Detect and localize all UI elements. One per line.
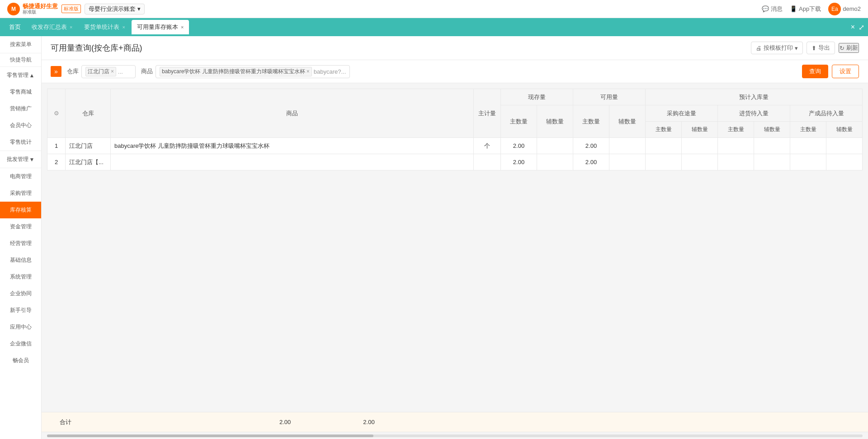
footer-total-label: 合计 <box>60 418 71 426</box>
logo-icon: M <box>7 3 20 15</box>
top-bar: M 畅捷通好生意 标准版 标准版 母婴行业演示账套 ▾ 💬 消息 📱 App下载… <box>0 0 868 18</box>
col-incoming-header: 预计入库量 <box>646 89 863 105</box>
cell-unit <box>474 154 501 170</box>
scrollbar-area[interactable] <box>42 432 868 439</box>
product-filter: 商品 babycare学饮杯 儿童防摔防撞吸管杯重力球吸嘴杯宝宝水杯 × bab… <box>141 65 350 78</box>
cell-purchase-sub <box>682 154 718 170</box>
sidebar-item-ecommerce[interactable]: 电商管理 <box>0 168 41 185</box>
cell-production-main <box>790 154 826 170</box>
sidebar-item-newbie[interactable]: 新手引导 <box>0 302 41 319</box>
query-button[interactable]: 查询 <box>802 65 828 78</box>
warehouse-tag-close[interactable]: × <box>111 68 114 75</box>
sidebar-item-basic-info[interactable]: 基础信息 <box>0 252 41 269</box>
filter-bar: » 仓库 江北门店 × ... 商品 babycare学饮杯 儿童防摔防撞吸管杯… <box>42 60 868 83</box>
sidebar-item-retail-stats[interactable]: 零售统计 <box>0 134 41 151</box>
filter-actions: 查询 设置 <box>802 65 859 78</box>
setting-button[interactable]: 设置 <box>832 65 859 78</box>
user-menu[interactable]: Ea demo2 <box>828 3 861 15</box>
tab-order-stats[interactable]: 要货单统计表 × <box>79 20 130 34</box>
sidebar-search[interactable]: 搜索菜单 <box>0 36 41 53</box>
sidebar-item-sys-mgmt[interactable]: 系统管理 <box>0 269 41 285</box>
cell-available-main: 2.00 <box>573 154 609 170</box>
app-label: App下载 <box>799 5 821 13</box>
product-filter-input[interactable]: babycare学饮杯 儿童防摔防撞吸管杯重力球吸嘴杯宝宝水杯 × babyca… <box>156 65 350 78</box>
app-download-button[interactable]: 📱 App下载 <box>790 5 821 13</box>
refresh-icon: ↻ <box>840 45 844 52</box>
industry-selector[interactable]: 母婴行业演示账套 ▾ <box>85 4 145 14</box>
top-bar-right: 💬 消息 📱 App下载 Ea demo2 <box>762 3 861 15</box>
cell-product: babycare学饮杯 儿童防摔防撞吸管杯重力球吸嘴杯宝宝水杯 <box>111 138 474 154</box>
cell-production-main <box>790 138 826 154</box>
sidebar-retail-mgmt-label: 零售管理 <box>7 71 28 79</box>
warehouse-filter-label: 仓库 <box>67 67 79 76</box>
sidebar-item-purchase[interactable]: 采购管理 <box>0 185 41 202</box>
col-unit-header: 主计量 <box>474 89 501 138</box>
table-area: ⚙ 仓库 商品 主计量 现存量 可用量 预计入库量 主数量 辅数量 <box>42 83 868 412</box>
footer-current-main: 2.00 <box>279 419 291 425</box>
maximize-window-button[interactable]: ⤢ <box>859 23 864 32</box>
refresh-button[interactable]: ↻ 刷新 <box>839 43 859 53</box>
col-available-header: 可用量 <box>573 89 646 105</box>
cell-unit: 个 <box>474 138 501 154</box>
cell-current-main: 2.00 <box>501 138 537 154</box>
warehouse-filter-input[interactable]: 江北门店 × ... <box>81 65 136 78</box>
main-layout: 搜索菜单 快捷导航 零售管理 ▲ 零售商城 营销推广 会员中心 零售统计 批发管… <box>0 36 868 439</box>
col-production-main: 主数量 <box>790 122 826 138</box>
sidebar-item-inventory[interactable]: 库存核算 <box>0 202 41 218</box>
col-inbound-subheader: 进货待入量 <box>718 105 790 122</box>
close-window-button[interactable]: × <box>851 23 855 31</box>
chevron-icon: ▲ <box>29 72 35 79</box>
message-button[interactable]: 💬 消息 <box>762 5 783 13</box>
tab-receivables-label: 收发存汇总表 <box>32 23 67 31</box>
sidebar-item-enterprise-wechat[interactable]: 企业微信 <box>0 335 41 352</box>
sidebar-item-member[interactable]: 会员中心 <box>0 117 41 134</box>
data-table: ⚙ 仓库 商品 主计量 现存量 可用量 预计入库量 主数量 辅数量 <box>47 89 863 170</box>
table-row: 2 江北门店【... 2.00 2.00 <box>47 154 863 170</box>
gear-icon[interactable]: ⚙ <box>54 110 59 117</box>
username: demo2 <box>843 5 861 12</box>
col-production-sub: 辅数量 <box>826 122 863 138</box>
close-icon[interactable]: × <box>70 24 72 30</box>
col-warehouse-header: 仓库 <box>66 89 111 138</box>
sidebar-item-retail-mgmt[interactable]: 零售管理 ▲ <box>0 67 41 84</box>
col-gear-header[interactable]: ⚙ <box>47 89 66 138</box>
product-more[interactable]: babycare?... <box>314 68 346 75</box>
sidebar: 搜索菜单 快捷导航 零售管理 ▲ 零售商城 营销推广 会员中心 零售统计 批发管… <box>0 36 42 439</box>
product-tag-close[interactable]: × <box>307 68 310 75</box>
cell-current-sub <box>537 154 573 170</box>
export-button[interactable]: ⬆ 导出 <box>807 42 835 54</box>
template-print-button[interactable]: 🖨 按模板打印 ▾ <box>751 42 803 54</box>
tab-home[interactable]: 首页 <box>4 23 26 31</box>
sidebar-item-vip[interactable]: 畅会员 <box>0 352 41 369</box>
chevron-down-icon: ▾ <box>795 45 798 52</box>
sidebar-item-app-center[interactable]: 应用中心 <box>0 319 41 335</box>
filter-toggle-button[interactable]: » <box>51 66 61 77</box>
product-filter-label: 商品 <box>141 67 153 76</box>
sidebar-item-operation[interactable]: 经营管理 <box>0 235 41 252</box>
nav-tabs: 首页 收发存汇总表 × 要货单统计表 × 可用量库存账本 × × ⤢ <box>0 18 868 36</box>
close-icon[interactable]: × <box>181 24 184 30</box>
sidebar-item-enterprise[interactable]: 企业协同 <box>0 285 41 302</box>
tab-receivables[interactable]: 收发存汇总表 × <box>26 20 78 34</box>
sidebar-section-wholesale: 批发管理 ▼ <box>0 151 41 168</box>
logo: M 畅捷通好生意 标准版 <box>7 3 58 15</box>
tab-available-inventory[interactable]: 可用量库存账本 × <box>132 20 189 34</box>
col-current-sub: 辅数量 <box>537 105 573 138</box>
product-tag: babycare学饮杯 儿童防摔防撞吸管杯重力球吸嘴杯宝宝水杯 × <box>160 67 312 76</box>
logo-text: 畅捷通好生意 标准版 <box>23 3 58 15</box>
logo-sub: 标准版 <box>23 9 58 15</box>
nav-window-actions: × ⤢ <box>851 23 864 32</box>
scrollbar-thumb[interactable] <box>47 434 373 437</box>
col-purchase-sub: 辅数量 <box>682 122 718 138</box>
scrollbar-track[interactable] <box>47 434 863 437</box>
sidebar-quick-nav[interactable]: 快捷导航 <box>0 53 41 67</box>
cell-product <box>111 154 474 170</box>
close-icon[interactable]: × <box>122 24 125 30</box>
cell-current-sub <box>537 138 573 154</box>
warehouse-more[interactable]: ... <box>118 68 123 75</box>
sidebar-item-wholesale-mgmt[interactable]: 批发管理 ▼ <box>0 151 41 168</box>
sidebar-item-marketing[interactable]: 营销推广 <box>0 100 41 117</box>
sidebar-item-finance[interactable]: 资金管理 <box>0 218 41 235</box>
sidebar-item-retail-shop[interactable]: 零售商城 <box>0 84 41 100</box>
warehouse-tag: 江北门店 × <box>85 67 116 76</box>
